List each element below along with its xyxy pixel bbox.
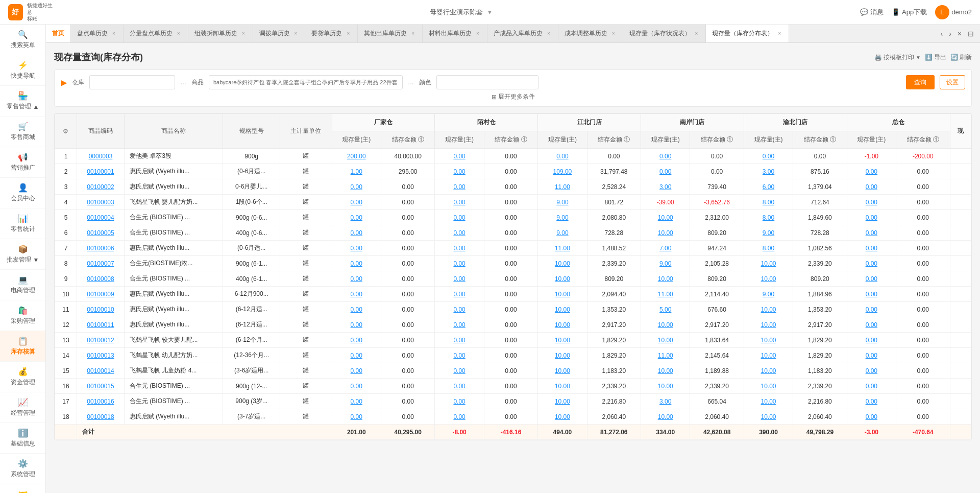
print-btn[interactable]: 🖨️ 按模板打印 ▼ [874,53,921,62]
tab-material-out[interactable]: 材料出库单历史 × [423,25,487,43]
product-ellipsis[interactable]: … [408,79,414,86]
table-row: 2 00100001 惠氏启赋 (Wyeth illu... (0-6月适...… [55,164,971,179]
sub-na-qty: 现存量(主) [641,131,690,149]
tab-transfer[interactable]: 调拨单历史 × [253,25,306,43]
main-content: 现存量查询(库存分布) 🖨️ 按模板打印 ▼ ⬇️ 导出 🔄 刷新 ▶ 仓库 …… [46,43,980,493]
table-row: 16 00100015 合生元 (BIOSTIME) ... 900g (12-… [55,379,971,394]
sidebar-item-purchase[interactable]: 🛍️ 采购管理 [0,300,45,331]
filter-area: ▶ 仓库 … 商品 … 颜色 查询 设置 ⊞ 展开更多条件 [54,69,972,107]
tabs-more-btn[interactable]: ⊟ [966,28,976,40]
tab-product-in[interactable]: 产成品入库单历史 × [487,25,558,43]
inventory-table: ⚙ 商品编码 商品名称 规格型号 主计量单位 厂家仓 陌村仓 江北门店 南岸门店… [55,113,971,440]
tabs-prev-btn[interactable]: ‹ [938,28,945,40]
refresh-btn[interactable]: 🔄 刷新 [950,53,972,62]
warehouse-input[interactable] [89,75,175,89]
expand-conditions-btn[interactable]: ⊞ 展开更多条件 [492,92,535,101]
product-input[interactable] [209,75,403,89]
table-row: 18 00100018 惠氏启赋 (Wyeth illu... (3-7岁适..… [55,409,971,425]
sidebar-item-enterprise[interactable]: 🤝 企业协同 [0,484,45,493]
page-header: 现存量查询(库存分布) 🖨️ 按模板打印 ▼ ⬇️ 导出 🔄 刷新 [54,51,972,63]
sidebar-item-retail-shop[interactable]: 🛒 零售商城 [0,116,45,147]
col-total-header: 总仓 [847,114,950,131]
table-row: 3 00100002 惠氏启赋 (Wyeth illu... 0-6月婴儿...… [55,179,971,195]
col-mc-header: 陌村仓 [435,114,538,131]
gear-icon[interactable]: ⚙ [63,128,68,135]
quicknav-icon: ⚡ [3,60,42,70]
query-button[interactable]: 查询 [906,75,935,89]
tab-close-split-check[interactable]: × [176,30,182,37]
logo-area: 好 畅捷通好生意 标账 [8,2,54,22]
app-download-btn[interactable]: 📱 App下载 [892,8,927,17]
sub-total-qty: 现存量(主) [847,131,896,149]
message-icon: 💬 [860,8,868,16]
tab-close-cost-adjust[interactable]: × [610,30,617,37]
tab-close-inventory-check[interactable]: × [111,30,117,37]
sidebar-item-member[interactable]: 👤 会员中心 [0,178,45,208]
col-jb-header: 江北门店 [538,114,641,131]
table-row: 14 00100013 飞鹤星飞帆 幼儿配方奶... (12-36个月... 罐… [55,348,971,363]
top-right-area: 💬 消息 📱 App下载 E demo2 [860,5,972,19]
col-spec-header: 规格型号 [223,114,280,149]
tab-assembly[interactable]: 组装拆卸单历史 × [188,25,253,43]
tab-home[interactable]: 首页 [46,25,71,43]
sidebar-item-retail-stat[interactable]: 📊 零售统计 [0,208,45,239]
tab-close-stock-dist[interactable]: × [776,30,782,37]
export-btn[interactable]: ⬇️ 导出 [925,53,946,62]
warehouse-ellipsis[interactable]: … [180,79,186,86]
export-icon: ⬇️ [925,54,933,61]
search-icon: 🔍 [3,30,42,39]
tab-stock-dist[interactable]: 现存量（库存分布表） × [706,25,789,43]
header-actions: 🖨️ 按模板打印 ▼ ⬇️ 导出 🔄 刷新 [874,53,972,62]
tab-close-material-out[interactable]: × [475,30,481,37]
message-btn[interactable]: 💬 消息 [860,8,884,17]
print-icon: 🖨️ [874,54,882,61]
table-row: 11 00100010 惠氏启赋 (Wyeth illu... (6-12月适.… [55,302,971,317]
tab-close-product-in[interactable]: × [546,30,552,37]
sidebar-item-marketing[interactable]: 📢 营销推广 [0,147,45,178]
col-yb-header: 渝北门店 [744,114,847,131]
col-na-header: 南岸门店 [641,114,744,131]
sidebar-item-operation[interactable]: 📈 经营管理 [0,392,45,423]
sidebar-item-quicknav[interactable]: ⚡ 快捷导航 [0,55,45,86]
sidebar-item-retail-mgr[interactable]: 🏪 零售管理 ▲ [0,86,45,116]
sidebar-item-ecommerce[interactable]: 💻 电商管理 [0,270,45,300]
tab-close-other-out[interactable]: × [410,30,416,37]
sub-jb-amt: 结存金额 ① [587,131,641,149]
table-row: 1 0000003 爱他美 卓萃3段 900g 罐 200.00 40,000.… [55,149,971,164]
col-gear[interactable]: ⚙ [55,114,77,149]
tabs-close-btn[interactable]: × [955,28,964,40]
page-title: 现存量查询(库存分布) [54,51,143,63]
tab-cost-adjust[interactable]: 成本调整单历史 × [558,25,623,43]
tabs-nav: ‹ › × ⊟ [934,28,980,40]
tab-inventory-check[interactable]: 盘点单历史 × [71,25,124,43]
tab-close-transfer[interactable]: × [293,30,299,37]
user-area[interactable]: E demo2 [935,5,972,19]
sidebar-item-basic[interactable]: ℹ️ 基础信息 [0,423,45,454]
tab-split-check[interactable]: 分量盘点单历史 × [124,25,188,43]
tab-close-order[interactable]: × [345,30,351,37]
settings-button[interactable]: 设置 [940,75,965,89]
tabs-next-btn[interactable]: › [947,28,953,40]
summary-row: 合计 201.00 40,295.00 -8.00 -416.16 494.00… [55,425,971,440]
sub-yb-qty: 现存量(主) [744,131,793,149]
sub-mc-qty: 现存量(主) [435,131,484,149]
sidebar-item-finance[interactable]: 💰 资金管理 [0,362,45,392]
retail-icon: 🏪 [3,91,42,101]
filter-expand-icon[interactable]: ▶ [61,78,67,87]
table-container: ⚙ 商品编码 商品名称 规格型号 主计量单位 厂家仓 陌村仓 江北门店 南岸门店… [54,113,972,440]
table-row: 4 00100003 飞鹤星飞帆 婴儿配方奶... 1段(0-6个... 罐 0… [55,195,971,210]
filter-expand-row: ⊞ 展开更多条件 [61,92,965,101]
tab-stock-status[interactable]: 现存量（库存状况表） × [623,25,706,43]
app-icon: 📱 [892,8,900,16]
industry-selector[interactable]: 母婴行业演示陈套 ▼ [430,8,493,17]
tab-close-stock-status[interactable]: × [694,30,700,37]
sidebar-item-system[interactable]: ⚙️ 系统管理 [0,454,45,484]
sidebar-item-wholesale[interactable]: 📦 批发管理 ▼ [0,239,45,270]
tab-order[interactable]: 要货单历史 × [305,25,358,43]
sidebar-item-search[interactable]: 🔍 搜索英单 [0,25,45,55]
tab-other-out[interactable]: 其他出库单历史 × [358,25,423,43]
sidebar-item-inventory[interactable]: 📋 库存核算 [0,331,45,362]
table-row: 7 00100006 惠氏启赋 (Wyeth illu... (0-6月适...… [55,241,971,256]
tab-close-assembly[interactable]: × [240,30,247,37]
color-input[interactable] [436,75,538,89]
